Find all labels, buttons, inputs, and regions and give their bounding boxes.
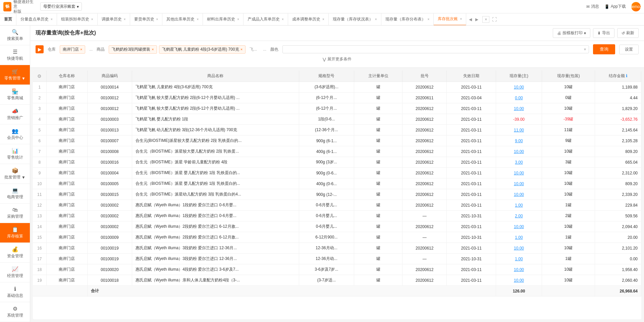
sidebar-item-members[interactable]: 👥 会员中心: [0, 124, 30, 144]
cell-name: 飞鹤星飞帆 婴儿配方奶粉 1段: [132, 114, 299, 125]
settings-button[interactable]: 设置: [619, 45, 639, 54]
close-icon[interactable]: ×: [51, 17, 53, 21]
sidebar-item-retail-stats[interactable]: 📊 零售统计: [0, 144, 30, 164]
warehouse-more[interactable]: ...: [89, 47, 93, 52]
table-row: 1 南岸门店 00100014 飞鹤星飞帆 儿童奶粉 4段(3-6岁适用) 70…: [33, 82, 641, 93]
sidebar-item-inventory[interactable]: 📋 库存核算: [0, 223, 30, 243]
page-title: 现存量查询(按仓库+批次): [36, 30, 96, 37]
tab-cai-liao[interactable]: 材料出库单历史 ×: [203, 13, 244, 25]
close-icon[interactable]: ×: [282, 17, 284, 21]
close-icon[interactable]: ×: [375, 17, 377, 21]
cell-name: 飞鹤星飞帆 较大婴儿配方奶粉 2段(6-12个月婴幼儿适用) ...: [132, 93, 299, 103]
tab-home[interactable]: 首页: [0, 13, 16, 25]
maximize-icon[interactable]: ⛶: [491, 17, 498, 22]
warehouse-tag-close[interactable]: ×: [80, 47, 82, 51]
close-all-tabs-button[interactable]: ×: [482, 16, 489, 23]
cell-balance: 1,958.40: [595, 264, 641, 275]
tab-chan-pin[interactable]: 产成品入库单历史 ×: [244, 13, 288, 25]
nav-prev-arrow[interactable]: ◀: [468, 16, 473, 22]
product-tag-close-2[interactable]: ×: [240, 47, 243, 51]
sidebar-item-purchase[interactable]: 🛍 采购管理: [0, 204, 30, 223]
cell-warehouse: 南岸门店: [46, 82, 88, 93]
tab-zu-zhuang[interactable]: 组装拆卸单历史 ×: [57, 13, 98, 25]
th-batch: 批号: [402, 70, 447, 82]
cell-qty-pkg: 10罐: [542, 168, 595, 178]
sidebar-item-wholesale[interactable]: 📦 批发管理 ▼: [0, 164, 30, 184]
app-download-button[interactable]: 📱 App下载: [604, 4, 626, 9]
cell-batch: 20200612: [402, 136, 447, 146]
close-icon[interactable]: ×: [91, 17, 93, 21]
cell-qty-main: 10.00: [496, 275, 542, 286]
product-more[interactable]: ...: [263, 47, 266, 52]
cell-batch: 20200612: [402, 103, 447, 114]
cell-spec: 0-6月婴儿...: [299, 221, 354, 232]
cell-qty-pkg: 10罐: [542, 221, 595, 232]
close-icon[interactable]: ×: [237, 17, 239, 21]
filter-row: ▶ 仓库 南岸门店 × ... 商品 飞鹤奶粉3段丙罐摆装 × 飞鹤: [36, 44, 639, 54]
close-icon[interactable]: ×: [197, 17, 199, 21]
query-button[interactable]: 查询: [593, 44, 615, 54]
table-row: 19 南岸门店 00100018 惠氏启赋（Wyeth illuma）亲和人体儿…: [33, 275, 641, 286]
content-area: 现存量查询(按仓库+批次) 🖨 按模板打印 ▾ ⬇ 导出 ↺ 刷新: [30, 25, 644, 322]
cell-balance: 229.84: [595, 200, 641, 211]
nav-next-arrow[interactable]: ▶: [474, 16, 480, 22]
cell-expire: 2021-10-31: [447, 211, 496, 221]
cell-name: 合生元(BIOSTIME)派星较大婴儿配方奶粉 2段 乳铁蛋白的...: [132, 136, 299, 146]
tab-pi-ci-zhang[interactable]: 库存批次账 ×: [434, 13, 466, 25]
product-tag-close-1[interactable]: ×: [152, 47, 154, 51]
row-number: 4: [33, 114, 46, 125]
close-icon[interactable]: ×: [460, 17, 462, 21]
cell-expire: 2021-03-11: [447, 136, 496, 146]
product-tag-more[interactable]: 飞...: [248, 46, 259, 53]
tab-yao-huo[interactable]: 要货单历史 ×: [130, 13, 163, 25]
avatar[interactable]: demo2: [631, 2, 641, 11]
tab-chu-ku[interactable]: 其他出库单历史 ×: [162, 13, 203, 25]
cell-spec: 1段(0-6...: [299, 114, 354, 125]
sidebar-item-nav[interactable]: ☰ 快捷导航: [0, 45, 30, 65]
th-warehouse: 仓库名称: [46, 70, 88, 82]
sidebar-item-finance[interactable]: 💰 资金管理: [0, 243, 30, 263]
product-tag-2[interactable]: 飞鹤星飞帆 儿童奶粉 4段(3-6岁适用) 700克 ×: [159, 45, 246, 54]
sidebar-item-basic-info[interactable]: ℹ 基础信息: [0, 282, 30, 302]
tab-fen-liang[interactable]: 分量盘点单历史 ×: [16, 13, 57, 25]
sidebar-item-marketing[interactable]: 📣 营销推广: [0, 105, 30, 124]
cell-batch: 20200612: [402, 189, 447, 200]
sidebar-item-operations[interactable]: 📈 经营管理: [0, 263, 30, 282]
filter-expand-arrow[interactable]: ▶: [36, 45, 44, 53]
cell-balance: 4.44: [595, 93, 641, 103]
message-button[interactable]: ✉ 消息: [586, 4, 599, 9]
industry-selector[interactable]: 母婴行业演示账套 ▾: [40, 2, 82, 11]
close-icon[interactable]: ×: [124, 17, 126, 21]
tab-cun-zhuang[interactable]: 现存量（库存状况表） ×: [329, 13, 381, 25]
cell-balance: 0.00: [595, 254, 641, 264]
cell-name: 惠氏启赋（Wyeth illuma）1段奶粉 爱尔兰进口 0-6月婴...: [132, 211, 299, 221]
close-icon[interactable]: ×: [156, 17, 158, 21]
tab-diao-bo[interactable]: 调拨单历史 ×: [98, 13, 130, 25]
tab-fen-bu[interactable]: 现存量（库存分布表） ×: [381, 13, 434, 25]
cell-spec: (3-6岁适用)...: [299, 82, 354, 93]
cell-qty-pkg: -39罐: [542, 114, 595, 125]
sidebar-item-system[interactable]: ⚙ 系统管理: [0, 302, 30, 322]
product-tag-1[interactable]: 飞鹤奶粉3段丙罐摆装 ×: [109, 45, 157, 54]
sidebar-item-ecommerce[interactable]: 💻 电商管理: [0, 184, 30, 204]
tab-cheng-ben[interactable]: 成本调整单历史 ×: [288, 13, 329, 25]
refresh-button[interactable]: ↺ 刷新: [617, 28, 639, 38]
cell-warehouse: 南岸门店: [46, 243, 88, 254]
cell-spec: 0-6月婴儿...: [299, 211, 354, 221]
close-icon[interactable]: ×: [322, 17, 324, 21]
cell-unit: 罐: [354, 168, 402, 178]
th-settings[interactable]: ⚙: [33, 70, 46, 82]
cell-warehouse: 南岸门店: [46, 232, 88, 243]
expand-more-conditions[interactable]: ⋁ 展开更多条件: [36, 54, 639, 64]
warehouse-tag[interactable]: 南岸门店 ×: [60, 45, 85, 54]
settings-icon[interactable]: ⚙: [37, 73, 42, 79]
close-icon[interactable]: ×: [428, 17, 430, 21]
sidebar-item-retail-mgmt[interactable]: 🛒 零售管理 ▼: [0, 65, 30, 85]
sidebar-item-retail-mall[interactable]: 🏪 零售商城: [0, 85, 30, 105]
print-button[interactable]: 🖨 按模板打印 ▾: [553, 28, 590, 38]
color-select[interactable]: ▾: [282, 45, 589, 53]
export-button[interactable]: ⬇ 导出: [593, 28, 614, 38]
sidebar-item-search[interactable]: 🔍 搜索英单: [0, 25, 30, 45]
table-row: 3 南岸门店 00100012 飞鹤星飞帆 较大婴儿配方奶粉 2段(6-12个月…: [33, 103, 641, 114]
table-row: 15 南岸门店 00100009 惠氏启赋（Wyeth illuma）2段奶粉 …: [33, 232, 641, 243]
